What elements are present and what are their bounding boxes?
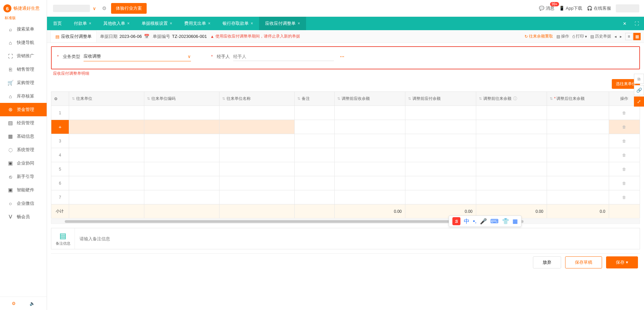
org-dropdown-icon[interactable]: ∨ [93,6,96,11]
expand-tool-icon[interactable]: ⤢ [634,97,644,107]
doc-date-value[interactable]: 2023-06-06 [119,34,142,39]
document-tab[interactable]: ▤ 应收应付调整单 [50,30,97,42]
cell[interactable] [295,176,335,190]
tab-close-icon[interactable]: × [127,21,130,26]
print-dropdown[interactable]: ⎙打印 ▾ [573,34,587,39]
cell[interactable] [144,134,219,148]
cell[interactable] [335,162,405,176]
cell[interactable] [69,120,144,134]
col-header-2[interactable]: 往来单位名称 [219,92,295,106]
sidebar-item-9[interactable]: ◌系统管理 [0,143,47,157]
gear-icon[interactable]: ⚙ [102,5,106,11]
cell[interactable] [295,162,335,176]
tab-3[interactable]: 单据模板设置× [136,17,178,30]
sidebar-item-2[interactable]: ⛶营销推广 [0,49,47,63]
table-row[interactable]: +🗑 [51,120,640,134]
tab-close-icon[interactable]: × [170,21,172,26]
cell[interactable] [335,134,405,148]
cell[interactable] [219,162,295,176]
cell[interactable] [219,190,295,204]
ime-shirt-icon[interactable]: 👕 [502,218,509,225]
cell[interactable] [144,190,219,204]
handler-input[interactable] [233,52,334,61]
view-list-icon[interactable]: ≡ [625,33,633,40]
cell[interactable] [144,120,219,134]
table-row[interactable]: 4🗑 [51,148,640,162]
tab-close-icon[interactable]: × [89,21,91,26]
col-header-1[interactable]: 往来单位编码 [144,92,219,106]
cell[interactable] [547,120,609,134]
column-settings-icon[interactable]: ⚙ [51,92,69,106]
user-avatar-blur[interactable] [616,4,639,12]
cell[interactable] [144,148,219,162]
calendar-icon[interactable]: 📅 [144,34,149,39]
cell[interactable] [69,162,144,176]
cell[interactable] [405,134,476,148]
cell[interactable] [295,148,335,162]
cell[interactable] [69,134,144,148]
cell[interactable] [335,120,405,134]
sidebar-item-1[interactable]: ⌂快捷导航 [0,36,47,49]
cell[interactable] [219,134,295,148]
row-delete[interactable]: 🗑 [609,176,640,190]
cell[interactable] [69,176,144,190]
discard-button[interactable]: 放弃 [533,256,561,268]
col-header-3[interactable]: 备注 [295,92,335,106]
cell[interactable] [405,162,476,176]
table-row[interactable]: 6🗑 [51,176,640,190]
cell[interactable] [405,190,476,204]
save-button[interactable]: 保存 ▾ [606,256,638,268]
close-all-tabs-icon[interactable]: ✕ [620,19,629,28]
cell[interactable] [335,176,405,190]
cell[interactable] [295,134,335,148]
rebalance-link[interactable]: ↻往来余额重取 [525,34,553,39]
online-service-link[interactable]: 🎧 在线客服 [587,5,611,11]
sidebar-item-11[interactable]: ⎋新手引导 [0,170,47,183]
cell[interactable] [335,190,405,204]
sidebar-item-10[interactable]: ▣企业协同 [0,157,47,170]
cell[interactable] [476,148,547,162]
cell[interactable] [144,162,219,176]
ime-keyboard-icon[interactable]: ⌨ [490,218,499,225]
ime-mic-icon[interactable]: 🎤 [480,218,487,225]
cell[interactable] [547,134,609,148]
cell[interactable] [547,190,609,204]
row-delete[interactable]: 🗑 [609,134,640,148]
cell[interactable] [295,190,335,204]
cell[interactable] [476,134,547,148]
save-draft-button[interactable]: 保存草稿 [565,256,602,268]
prev-doc-icon[interactable]: ◂ [614,34,616,39]
cell[interactable] [295,120,335,134]
tab-1[interactable]: 付款单× [68,17,97,30]
cell[interactable] [69,190,144,204]
settings-icon[interactable]: ⚙ [12,301,16,306]
history-link[interactable]: ▤历史单据 [590,34,611,39]
col-header-5[interactable]: 调整前应付余额 [405,92,476,106]
cell[interactable] [476,120,547,134]
cell[interactable] [219,106,295,120]
ime-grid-icon[interactable]: ▦ [512,218,518,225]
sidebar-item-5[interactable]: ⌂库存核算 [0,89,47,103]
sound-icon[interactable]: 🔈 [30,301,35,306]
sidebar-item-7[interactable]: ▤经营管理 [0,116,47,130]
ime-punct-icon[interactable]: •, [473,218,477,225]
messages-link[interactable]: 💬 消息 99+ [539,5,554,11]
cell[interactable] [547,148,609,162]
row-delete[interactable]: 🗑 [609,106,640,120]
cell[interactable] [405,176,476,190]
operate-dropdown[interactable]: ▤操作 [556,34,569,39]
sidebar-item-14[interactable]: Ⅴ畅会员 [0,210,47,224]
cell[interactable] [405,106,476,120]
cell[interactable] [547,162,609,176]
tab-close-icon[interactable]: × [251,21,253,26]
table-h-scrollbar[interactable] [51,219,640,224]
table-row[interactable]: 3🗑 [51,134,640,148]
sidebar-item-8[interactable]: ▦基础信息 [0,130,47,143]
app-download-link[interactable]: 📱 App下载 [559,5,582,11]
row-delete[interactable]: 🗑 [609,162,640,176]
row-delete[interactable]: 🗑 [609,190,640,204]
cell[interactable] [476,162,547,176]
table-row[interactable]: 1🗑 [51,106,640,120]
add-row-button[interactable]: + [56,123,64,131]
cell[interactable] [547,176,609,190]
